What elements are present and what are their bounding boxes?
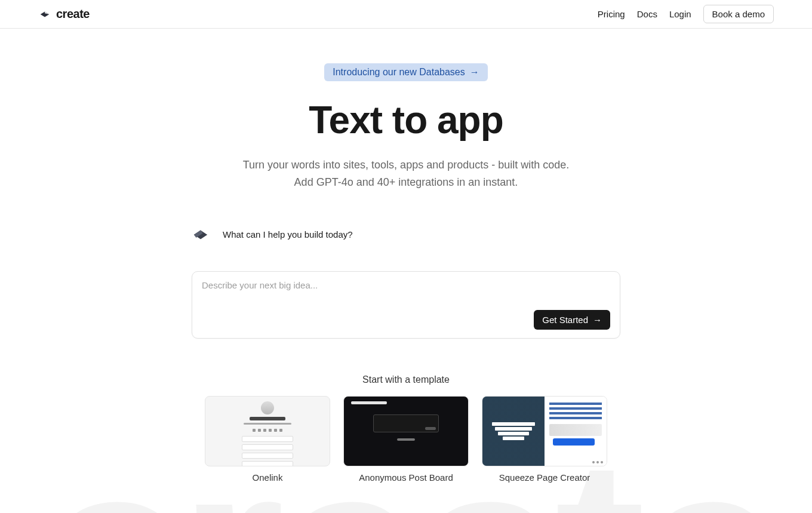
- subtitle: Turn your words into sites, tools, apps …: [243, 156, 570, 191]
- hero: Introducing our new Databases → Text to …: [0, 29, 812, 483]
- template-thumbnail: [205, 396, 330, 466]
- announcement-text: Introducing our new Databases: [333, 67, 465, 78]
- idea-input-box: Get Started →: [192, 271, 620, 339]
- assistant-icon: [192, 226, 210, 244]
- template-name: Onelink: [253, 472, 283, 483]
- arrow-right-icon: →: [470, 67, 479, 78]
- idea-textarea[interactable]: [202, 280, 610, 302]
- input-actions: Get Started →: [202, 310, 610, 330]
- template-name: Squeeze Page Creator: [499, 472, 590, 483]
- templates-row: Onelink Anonymous Post Board: [205, 396, 607, 483]
- prompt-greeting: What can I help you build today?: [223, 229, 353, 239]
- arrow-right-icon: →: [593, 315, 602, 325]
- template-card-anonymous-post-board[interactable]: Anonymous Post Board: [343, 396, 469, 483]
- template-name: Anonymous Post Board: [359, 472, 453, 483]
- template-card-onelink[interactable]: Onelink: [205, 396, 330, 483]
- nav: Pricing Docs Login Book a demo: [598, 5, 774, 23]
- subtitle-line-1: Turn your words into sites, tools, apps …: [243, 156, 570, 174]
- get-started-label: Get Started: [542, 315, 588, 325]
- nav-pricing[interactable]: Pricing: [598, 9, 625, 19]
- get-started-button[interactable]: Get Started →: [534, 310, 610, 330]
- template-card-squeeze-page-creator[interactable]: Squeeze Page Creator: [482, 396, 607, 483]
- nav-login[interactable]: Login: [669, 9, 691, 19]
- logo-icon: [38, 8, 51, 21]
- page-title: Text to app: [309, 98, 503, 142]
- logo[interactable]: create: [38, 7, 90, 21]
- nav-docs[interactable]: Docs: [637, 9, 657, 19]
- announcement-banner[interactable]: Introducing our new Databases →: [324, 63, 487, 81]
- header: create Pricing Docs Login Book a demo: [0, 0, 812, 29]
- logo-text: create: [56, 7, 90, 21]
- prompt-greeting-row: What can I help you build today?: [192, 226, 620, 244]
- template-thumbnail: [343, 396, 469, 466]
- subtitle-line-2: Add GPT-4o and 40+ integrations in an in…: [243, 174, 570, 191]
- book-demo-button[interactable]: Book a demo: [703, 5, 774, 23]
- templates-heading: Start with a template: [362, 374, 450, 385]
- template-thumbnail: [482, 396, 607, 466]
